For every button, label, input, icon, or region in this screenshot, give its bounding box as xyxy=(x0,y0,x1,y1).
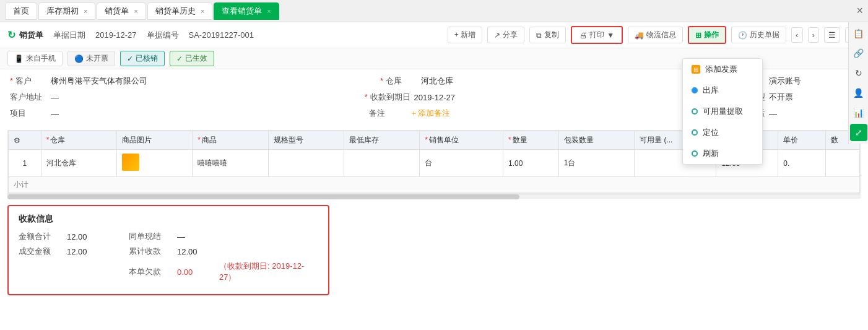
doc-number-value: SA-20191227-001 xyxy=(189,30,254,40)
dropdown-add-invoice[interactable]: ⊞ 添加发票 xyxy=(683,59,762,80)
locate-label: 定位 xyxy=(703,127,719,138)
owe-note: （收款到期日: 2019-12-27） xyxy=(219,261,318,283)
row-product: 嘻嘻嘻嘻 xyxy=(193,150,268,177)
tab-inventory-init-close[interactable]: × xyxy=(84,7,87,15)
info-box: 收款信息 金额合计 12.00 成交金额 12.00 同单现结 — xyxy=(7,205,329,295)
subtotal-row: 小计 xyxy=(9,177,860,193)
row-min-stock xyxy=(344,150,419,177)
share-button[interactable]: ↗ 分享 xyxy=(487,27,524,43)
prev-button[interactable]: ‹ xyxy=(791,27,802,43)
confirm-button[interactable]: ✓ 已核销 xyxy=(120,51,165,66)
operation-button[interactable]: ⊞ 操作 xyxy=(688,26,726,44)
doc-date-label: 单据日期 xyxy=(53,30,85,41)
tab-sales-order-close[interactable]: × xyxy=(134,7,137,15)
outbound-label: 出库 xyxy=(703,85,719,96)
new-button[interactable]: + 新增 xyxy=(448,27,482,43)
dropdown-outbound[interactable]: 出库 xyxy=(683,80,762,101)
dropdown-refresh[interactable]: 刷新 xyxy=(683,143,762,164)
transaction-row: 成交金额 12.00 xyxy=(19,246,104,257)
copy-button[interactable]: ⧉ 复制 xyxy=(529,27,566,43)
not-open-button[interactable]: 🔵 未开票 xyxy=(67,51,115,66)
row-sales-unit: 台 xyxy=(420,150,503,177)
outbound-icon xyxy=(692,87,698,93)
sidebar-chart-icon[interactable]: 📊 xyxy=(850,104,867,121)
tab-inventory-init[interactable]: 库存期初 × xyxy=(38,2,95,20)
locate-icon xyxy=(692,129,698,136)
same-order-label: 同单现结 xyxy=(129,231,172,242)
cumulative-row: 累计收款 12.00 xyxy=(129,246,318,257)
dropdown-locate[interactable]: 定位 xyxy=(683,122,762,143)
print-dropdown-arrow: ▼ xyxy=(607,31,614,40)
doc-header: ↻ 销货单 单据日期 2019-12-27 单据编号 SA-20191227-0… xyxy=(0,22,868,48)
copy-icon: ⧉ xyxy=(536,31,542,40)
sidebar-refresh-icon[interactable]: ↻ xyxy=(850,64,867,82)
logistics-button[interactable]: 🚚 物流信息 xyxy=(628,27,683,43)
amount-label: 金额合计 xyxy=(19,231,62,242)
doc-actions: + 新增 ↗ 分享 ⧉ 复制 🖨 打印 ▼ 🚚 xyxy=(448,26,861,44)
tab-sales-history-label: 销货单历史 xyxy=(155,6,196,17)
customer-label: 客户 xyxy=(10,76,47,87)
next-button[interactable]: › xyxy=(808,27,819,43)
sidebar-user-icon[interactable]: 👤 xyxy=(850,84,867,102)
scroll-indicator[interactable] xyxy=(7,194,861,199)
from-phone-button[interactable]: 📱 来自手机 xyxy=(7,51,63,66)
effective-icon: ✓ xyxy=(176,54,183,63)
employee-value: 演示账号 xyxy=(769,76,843,87)
th-min-stock: 最低库存 xyxy=(344,131,419,150)
warehouse-value: 河北仓库 xyxy=(421,76,495,87)
customer-group: 客户 柳州粤港平安气体有限公司 xyxy=(10,76,147,87)
history-icon: 🕐 xyxy=(738,31,747,40)
sidebar-clipboard-icon[interactable]: 📋 xyxy=(850,25,867,42)
phone-icon: 📱 xyxy=(14,54,24,63)
info-box-title: 收款信息 xyxy=(19,214,318,225)
row-pack-qty: 1台 xyxy=(558,150,634,177)
th-unit-price: 单价 xyxy=(778,131,826,150)
effective-button[interactable]: ✓ 已生效 xyxy=(170,51,214,66)
check-icon: ✓ xyxy=(127,54,133,63)
tab-sales-history-close[interactable]: × xyxy=(201,7,204,15)
sidebar-expand-icon[interactable]: ⤢ xyxy=(850,124,867,141)
note-label: 备注 xyxy=(369,108,406,119)
owe-value: 0.00 xyxy=(177,267,214,277)
ticket-icon: 🔵 xyxy=(74,54,84,63)
row-warehouse: 河北仓库 xyxy=(41,150,116,177)
th-settings[interactable]: ⚙ xyxy=(9,131,41,150)
tab-home-label: 首页 xyxy=(13,6,29,17)
print-button[interactable]: 🖨 打印 ▼ xyxy=(573,27,620,43)
ticket-type-value: 不开票 xyxy=(769,92,843,103)
th-product: *商品 xyxy=(193,131,268,150)
tab-home[interactable]: 首页 xyxy=(5,2,37,20)
scroll-thumb[interactable] xyxy=(7,194,519,199)
dropdown-available-qty[interactable]: 可用量提取 xyxy=(683,101,762,122)
th-pack-qty: 包装数量 xyxy=(558,131,634,150)
tab-inventory-init-label: 库存期初 xyxy=(46,6,79,17)
list-view-button[interactable]: ☰ xyxy=(824,27,840,43)
doc-meta: 单据日期 2019-12-27 单据编号 SA-20191227-001 xyxy=(53,30,254,41)
tab-sales-order[interactable]: 销货单 × xyxy=(97,2,145,20)
doc-number-label: 单据编号 xyxy=(147,30,179,41)
th-quantity: *数量 xyxy=(503,131,559,150)
note-group: 备注 ＋添加备注 xyxy=(369,108,484,119)
tab-view-sales[interactable]: 查看销货单 × xyxy=(214,2,279,20)
tab-view-sales-label: 查看销货单 xyxy=(222,6,262,17)
add-note-button[interactable]: ＋添加备注 xyxy=(410,108,484,119)
salesman-value: — xyxy=(769,109,843,118)
sidebar-link-icon[interactable]: 🔗 xyxy=(850,45,867,62)
cumulative-value: 12.00 xyxy=(177,247,214,256)
row-quantity: 1.00 xyxy=(503,150,559,177)
print-icon: 🖨 xyxy=(579,31,587,40)
grid-icon: ⊞ xyxy=(695,31,701,40)
available-qty-icon xyxy=(692,108,698,115)
history-button[interactable]: 🕐 历史单据 xyxy=(731,27,786,43)
doc-title-icon: ↻ xyxy=(7,29,15,41)
tab-sales-history[interactable]: 销货单历史 × xyxy=(147,2,212,20)
refresh-icon xyxy=(692,150,698,157)
share-icon: ↗ xyxy=(494,31,500,40)
tab-view-sales-close[interactable]: × xyxy=(267,7,271,15)
row-extra xyxy=(826,150,860,177)
due-date-group: 收款到期日 2019-12-27 xyxy=(365,92,488,103)
info-left: 金额合计 12.00 成交金额 12.00 xyxy=(19,231,104,287)
th-spec: 规格型号 xyxy=(268,131,344,150)
window-close-button[interactable]: × xyxy=(856,4,863,17)
subtotal-label: 小计 xyxy=(9,177,860,193)
